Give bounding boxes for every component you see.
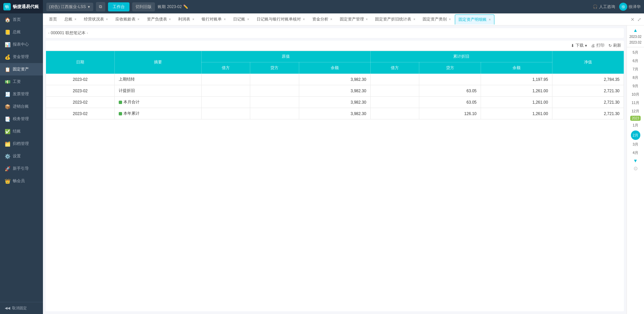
tab-profit[interactable]: 利润表× xyxy=(175,14,198,24)
tab-bank-statement[interactable]: 银行对账单× xyxy=(198,14,229,24)
sidebar-item-member[interactable]: 👑 畅会员 xyxy=(0,175,43,187)
tab-balance[interactable]: 资产负债表× xyxy=(144,14,174,24)
tab-close-bank-check[interactable]: × xyxy=(303,17,305,21)
cell-orig-debit xyxy=(201,74,250,85)
sidebar-item-settlement[interactable]: ✅ 结账 xyxy=(0,125,43,138)
switch-version-button[interactable]: 切到旧版 xyxy=(132,2,155,11)
unpin-button[interactable]: ◀◀ 取消固定 xyxy=(0,302,43,314)
tab-ledger[interactable]: 总账× xyxy=(61,14,80,24)
sidebar-item-purchase-sales[interactable]: 📦 进销台账 xyxy=(0,100,43,113)
tab-bank-check[interactable]: 日记账与银行对账单核对× xyxy=(253,14,308,24)
tab-close-fixed-category[interactable]: × xyxy=(449,17,451,21)
right-sidebar: ▲ 2023.02 2023.02 5月6月7月8月9月10月11月12月202… xyxy=(627,25,644,314)
username: 徐泽华 xyxy=(629,4,641,10)
cell-dep-balance: 1,261.00 xyxy=(481,97,552,108)
tab-close-ledger[interactable]: × xyxy=(74,17,76,21)
cell-orig-balance: 3,982.30 xyxy=(299,85,370,97)
period-2022-8月[interactable]: 8月 xyxy=(628,74,643,82)
tab-close-journal[interactable]: × xyxy=(247,17,249,21)
sidebar-item-settings[interactable]: ⚙️ 设置 xyxy=(0,150,43,162)
tax-nav-icon: 📑 xyxy=(5,116,10,122)
tab-fixed-detail[interactable]: 固定资产明细账× xyxy=(455,14,494,24)
scroll-up-icon[interactable]: ▲ xyxy=(633,27,639,34)
period-edit-icon[interactable]: ✏️ xyxy=(183,4,188,9)
cell-dep-credit: 63.05 xyxy=(419,97,481,108)
tab-close-balance[interactable]: × xyxy=(169,17,171,21)
member-nav-icon: 👑 xyxy=(5,178,10,184)
scroll-down-icon[interactable]: ▼ xyxy=(633,157,639,164)
tab-label-receivable: 应收账龄表 xyxy=(115,16,136,22)
company-selector[interactable]: (劝告) 江西服业-LSS ▼ xyxy=(46,3,93,11)
tab-home[interactable]: 首页 xyxy=(46,14,60,24)
workbench-button[interactable]: 工作台 xyxy=(108,2,129,11)
th-dep-debit: 借方 xyxy=(370,62,419,74)
period-2022-6月[interactable]: 6月 xyxy=(628,57,643,65)
sidebar-item-guide[interactable]: 🚀 新手引导 xyxy=(0,162,43,175)
sidebar-logo: 畅 畅捷通易代账 xyxy=(0,0,43,13)
th-original-group: 原值 xyxy=(201,51,370,62)
tab-journal[interactable]: 日记账× xyxy=(230,14,253,24)
tab-fund-analysis[interactable]: 资金分析× xyxy=(309,14,336,24)
tab-close-biz-status[interactable]: × xyxy=(106,17,108,21)
tab-close-fixed-mgmt[interactable]: × xyxy=(366,17,368,21)
sidebar-item-tax[interactable]: 📑 税务管理 xyxy=(0,113,43,125)
sidebar-item-invoice[interactable]: 🧾 发票管理 xyxy=(0,88,43,100)
tab-close-depreciation-stats[interactable]: × xyxy=(413,17,415,21)
home-nav-label: 首页 xyxy=(13,17,21,22)
tab-close-profit[interactable]: × xyxy=(192,17,194,21)
sidebar-item-funds[interactable]: 💰 资金管理 xyxy=(0,51,43,63)
breadcrumb-prev-icon[interactable]: ‹ xyxy=(48,31,49,35)
settings-nav-icon: ⚙️ xyxy=(5,154,10,159)
tab-close-fund-analysis[interactable]: × xyxy=(330,17,332,21)
period-2022-12月[interactable]: 12月 xyxy=(628,107,643,115)
sidebar-item-archive[interactable]: 🗂️ 归档管理 xyxy=(0,138,43,150)
page-content: ‹ 000001 联想笔记本 › ⬇ 下载 ▾ 🖨 打印 xyxy=(43,25,627,314)
tab-close-all-icon[interactable]: ✕ xyxy=(631,17,635,22)
tab-fixed-category[interactable]: 固定资产类别× xyxy=(419,14,454,24)
sidebar-item-reports[interactable]: 📊 报表中心 xyxy=(0,38,43,51)
period-2022-11月[interactable]: 11月 xyxy=(628,99,643,107)
human-service-button[interactable]: 🎧 人工咨询 xyxy=(593,4,615,10)
unpin-label: 取消固定 xyxy=(12,306,27,311)
summary-text: 上期结转 xyxy=(119,77,135,82)
period-2023-4月[interactable]: 4月 xyxy=(628,149,643,157)
right-sidebar-settings-icon[interactable]: ⚙ xyxy=(633,165,638,172)
tab-close-receivable[interactable]: × xyxy=(138,17,140,21)
breadcrumb-next-icon[interactable]: › xyxy=(87,31,88,35)
summary-text: 本年累计 xyxy=(123,111,140,116)
tab-fixed-mgmt[interactable]: 固定资产管理× xyxy=(336,14,371,24)
tab-close-bank-statement[interactable]: × xyxy=(224,17,226,21)
period-2022-9月[interactable]: 9月 xyxy=(628,82,643,90)
tab-label-fund-analysis: 资金分析 xyxy=(312,16,328,22)
print-button[interactable]: 🖨 打印 xyxy=(591,43,604,48)
period-2023-3月[interactable]: 3月 xyxy=(628,141,643,148)
period-2022-5月[interactable]: 5月 xyxy=(628,49,643,56)
funds-nav-icon: 💰 xyxy=(5,54,10,60)
sidebar-item-fixed-assets[interactable]: 📋 固定资产 xyxy=(0,63,43,75)
th-orig-balance: 余额 xyxy=(299,62,370,74)
cell-date: 2023-02 xyxy=(46,97,115,108)
tab-label-home: 首页 xyxy=(49,16,57,22)
cell-orig-credit xyxy=(250,85,299,97)
refresh-label: 刷新 xyxy=(613,43,621,48)
period-2023-1月[interactable]: 1月 xyxy=(628,121,643,129)
period-2023-2月[interactable]: 2月 xyxy=(631,130,640,140)
sidebar-item-home[interactable]: 🏠 首页 xyxy=(0,13,43,26)
th-dep-balance: 余额 xyxy=(481,62,552,74)
period-2022-7月[interactable]: 7月 xyxy=(628,65,643,73)
summary-text: 本月合计 xyxy=(123,99,140,105)
refresh-button[interactable]: ↻ 刷新 xyxy=(608,43,621,48)
download-button[interactable]: ⬇ 下载 ▾ xyxy=(571,43,587,48)
period-2022-10月[interactable]: 10月 xyxy=(628,91,643,98)
user-profile[interactable]: 徐 徐泽华 xyxy=(619,3,641,11)
tab-maximize-icon[interactable]: ⤢ xyxy=(637,17,641,22)
tab-close-fixed-detail[interactable]: × xyxy=(489,18,491,21)
guide-nav-label: 新手引导 xyxy=(13,166,29,171)
tab-biz-status[interactable]: 经营状况表× xyxy=(80,14,111,24)
sidebar-item-ledger[interactable]: 📒 总账 xyxy=(0,26,43,38)
sidebar-item-payroll[interactable]: 💵 工资 xyxy=(0,75,43,88)
th-summary: 摘要 xyxy=(115,51,201,74)
tab-depreciation-stats[interactable]: 固定资产折旧统计表× xyxy=(372,14,419,24)
copy-button[interactable]: ⧉ xyxy=(96,2,105,11)
tab-receivable[interactable]: 应收账龄表× xyxy=(112,14,143,24)
